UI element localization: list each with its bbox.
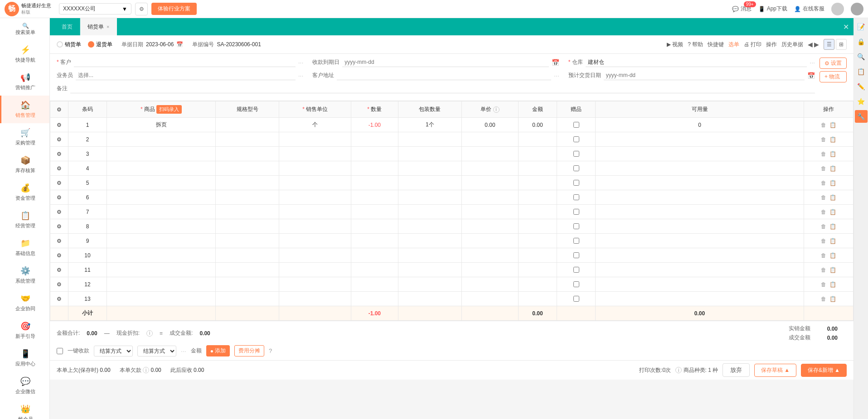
row-gift-0[interactable] <box>557 118 595 132</box>
row-spec-3[interactable] <box>216 161 279 176</box>
row-copy-icon-5[interactable]: 📋 <box>829 194 836 201</box>
row-qty-4[interactable] <box>351 176 398 190</box>
row-delete-icon-5[interactable]: 🗑 <box>821 194 826 201</box>
row-setting-4[interactable]: ⚙ <box>50 176 68 190</box>
row-setting-9[interactable]: ⚙ <box>50 248 68 263</box>
right-panel-star-icon[interactable]: ⭐ <box>855 95 868 108</box>
warehouse-input[interactable] <box>586 58 807 67</box>
row-copy-icon-9[interactable]: 📋 <box>829 252 836 259</box>
shortcuts-button[interactable]: 快捷键 <box>708 41 724 48</box>
row-gift-11[interactable] <box>557 277 595 292</box>
row-unit-price-9[interactable] <box>461 248 518 263</box>
right-panel-edit-icon[interactable]: ✏️ <box>855 80 868 93</box>
discount-info-icon[interactable]: i <box>146 330 153 337</box>
avatar[interactable] <box>831 3 844 15</box>
due-date-input[interactable] <box>342 58 548 67</box>
sidebar-item-operations[interactable]: 📋 经营管理 <box>0 206 49 234</box>
row-product-2[interactable] <box>107 147 216 161</box>
row-spec-4[interactable] <box>216 176 279 190</box>
scan-button[interactable]: 扫码录入 <box>156 105 182 114</box>
row-gift-3[interactable] <box>557 161 595 176</box>
row-unit-price-1[interactable] <box>461 132 518 147</box>
row-copy-icon-6[interactable]: 📋 <box>829 209 836 215</box>
row-amount-6[interactable] <box>518 205 557 219</box>
row-unit-3[interactable] <box>279 161 351 176</box>
row-amount-7[interactable] <box>518 219 557 234</box>
salesperson-expand-icon[interactable]: ··· <box>298 72 304 79</box>
sidebar-item-wechat[interactable]: 💬 企业微信 <box>0 372 49 400</box>
row-gift-9[interactable] <box>557 248 595 263</box>
row-unit-10[interactable] <box>279 263 351 277</box>
sidebar-item-finance[interactable]: 💰 资金管理 <box>0 178 49 206</box>
row-unit-6[interactable] <box>279 205 351 219</box>
row-pack-qty-3[interactable] <box>398 161 461 176</box>
row-product-11[interactable] <box>107 277 216 292</box>
sidebar-item-shortcut[interactable]: ⚡ 快捷导航 <box>0 40 49 68</box>
save-new-dropdown-icon[interactable]: ▲ <box>834 367 840 373</box>
row-product-10[interactable] <box>107 263 216 277</box>
sidebar-item-purchase[interactable]: 🛒 采购管理 <box>0 123 49 151</box>
row-setting-2[interactable]: ⚙ <box>50 147 68 161</box>
row-amount-4[interactable] <box>518 176 557 190</box>
row-pack-qty-8[interactable] <box>398 234 461 248</box>
row-amount-1[interactable] <box>518 132 557 147</box>
row-gift-5[interactable] <box>557 190 595 205</box>
row-gift-8[interactable] <box>557 234 595 248</box>
row-spec-8[interactable] <box>216 234 279 248</box>
sidebar-item-appstore[interactable]: 📱 应用中心 <box>0 344 49 372</box>
operations-button[interactable]: 操作 <box>766 41 777 48</box>
save-draft-dropdown-icon[interactable]: ▲ <box>784 367 790 373</box>
row-copy-icon-3[interactable]: 📋 <box>829 165 836 172</box>
row-setting-7[interactable]: ⚙ <box>50 219 68 234</box>
row-copy-icon-8[interactable]: 📋 <box>829 238 836 244</box>
row-spec-10[interactable] <box>216 263 279 277</box>
tab-sales-order[interactable]: 销货单 × <box>80 18 117 35</box>
row-delete-icon-4[interactable]: 🗑 <box>821 180 826 186</box>
address-expand-icon[interactable]: ··· <box>554 72 559 79</box>
row-qty-1[interactable] <box>351 132 398 147</box>
sidebar-item-inventory[interactable]: 📦 库存核算 <box>0 151 49 178</box>
row-amount-10[interactable] <box>518 263 557 277</box>
sidebar-item-marketing[interactable]: 📢 营销推广 <box>0 68 49 96</box>
history-button[interactable]: 历史单据 <box>781 41 803 48</box>
row-copy-icon-1[interactable]: 📋 <box>829 136 836 143</box>
row-unit-price-3[interactable] <box>461 161 518 176</box>
tab-home[interactable]: 首页 <box>54 18 80 35</box>
row-delete-icon-9[interactable]: 🗑 <box>821 252 826 259</box>
row-amount-12[interactable] <box>518 292 557 306</box>
row-spec-12[interactable] <box>216 292 279 306</box>
row-amount-8[interactable] <box>518 234 557 248</box>
row-qty-10[interactable] <box>351 263 398 277</box>
row-pack-qty-7[interactable] <box>398 219 461 234</box>
row-spec-1[interactable] <box>216 132 279 147</box>
setting-button[interactable]: ⚙ 设置 <box>820 58 847 69</box>
row-spec-6[interactable] <box>216 205 279 219</box>
row-delete-icon-12[interactable]: 🗑 <box>821 296 826 302</box>
row-delete-icon-7[interactable]: 🗑 <box>821 223 826 230</box>
row-unit-price-11[interactable] <box>461 277 518 292</box>
row-qty-12[interactable] <box>351 292 398 306</box>
row-unit-price-7[interactable] <box>461 219 518 234</box>
row-unit-price-2[interactable] <box>461 147 518 161</box>
row-delete-icon-2[interactable]: 🗑 <box>821 151 826 157</box>
sidebar-search-area[interactable]: 🔍 搜索菜单 <box>0 18 49 40</box>
row-spec-5[interactable] <box>216 190 279 205</box>
trial-button[interactable]: 体验行业方案 <box>151 3 197 15</box>
row-copy-icon-7[interactable]: 📋 <box>829 223 836 230</box>
row-unit-0[interactable]: 个 <box>279 118 351 132</box>
row-spec-9[interactable] <box>216 248 279 263</box>
row-gift-6[interactable] <box>557 205 595 219</box>
row-setting-10[interactable]: ⚙ <box>50 263 68 277</box>
row-delete-icon-11[interactable]: 🗑 <box>821 281 826 288</box>
sidebar-item-enterprise[interactable]: 🤝 企业协同 <box>0 289 49 317</box>
row-setting-0[interactable]: ⚙ <box>50 118 68 132</box>
row-unit-price-6[interactable] <box>461 205 518 219</box>
right-panel-search-icon[interactable]: 🔍 <box>855 50 868 63</box>
expected-date-calendar-icon[interactable]: 📅 <box>807 72 815 79</box>
row-product-1[interactable] <box>107 132 216 147</box>
row-amount-0[interactable]: 0.00 <box>518 118 557 132</box>
row-setting-6[interactable]: ⚙ <box>50 205 68 219</box>
row-qty-9[interactable] <box>351 248 398 263</box>
row-setting-12[interactable]: ⚙ <box>50 292 68 306</box>
th-settings[interactable]: ⚙ <box>50 101 68 118</box>
